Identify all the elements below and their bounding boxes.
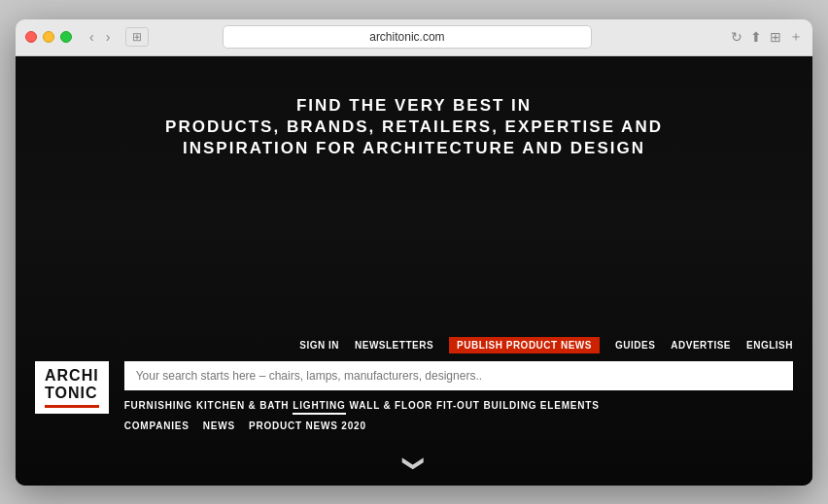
nav-item-advertise[interactable]: ADVERTISE — [671, 340, 731, 351]
cat-furnishing[interactable]: FURNISHING — [124, 398, 192, 415]
logo[interactable]: ARCHI TONIC — [35, 361, 109, 413]
hero-line2: PRODUCTS, BRANDS, RETAILERS, EXPERTISE A… — [165, 117, 663, 138]
new-tab-icon[interactable]: ⊞ — [770, 29, 781, 45]
nav-right: SIGN IN NEWSLETTERS PUBLISH PRODUCT NEWS… — [124, 337, 793, 439]
nav-item-sign-in[interactable]: SIGN IN — [299, 340, 339, 351]
address-text: architonic.com — [369, 30, 444, 44]
cat-lighting[interactable]: LIGHTING — [293, 398, 345, 415]
traffic-lights — [25, 31, 72, 43]
logo-line1: ARCHI — [45, 367, 99, 385]
scroll-chevron[interactable]: ❯ — [401, 454, 427, 472]
hero-text: FIND THE VERY BEST IN PRODUCTS, BRANDS, … — [165, 95, 663, 159]
cat-building-elements[interactable]: BUILDING ELEMENTS — [484, 398, 600, 415]
hero-line3: INSPIRATION FOR ARCHITECTURE AND DESIGN — [165, 138, 663, 159]
hero-line1: FIND THE VERY BEST IN — [165, 95, 663, 117]
category-nav: FURNISHING KITCHEN & BATH LIGHTING WALL … — [124, 398, 793, 415]
close-button[interactable] — [25, 31, 37, 43]
cat-fit-out[interactable]: FIT-OUT — [436, 398, 479, 415]
browser-titlebar: ‹ › ⊞ architonic.com ↻ ⬆ ⊞ ＋ — [16, 19, 812, 56]
browser-window: ‹ › ⊞ architonic.com ↻ ⬆ ⊞ ＋ FIND THE VE… — [16, 19, 812, 486]
nav-product-news[interactable]: PRODUCT NEWS 2020 — [249, 420, 366, 431]
logo-line2: TONIC — [45, 385, 99, 402]
share-icon[interactable]: ⬆ — [750, 29, 762, 45]
top-nav: SIGN IN NEWSLETTERS PUBLISH PRODUCT NEWS… — [124, 337, 793, 353]
second-nav: COMPANIES NEWS PRODUCT NEWS 2020 — [124, 420, 793, 431]
nav-bar: ARCHI TONIC SIGN IN NEWSLETTERS PUBLISH … — [16, 329, 812, 439]
nav-item-newsletters[interactable]: NEWSLETTERS — [355, 340, 433, 351]
back-button[interactable]: ‹ — [86, 27, 98, 47]
search-input[interactable] — [124, 361, 793, 390]
tab-button[interactable]: ⊞ — [125, 27, 149, 47]
browser-content: FIND THE VERY BEST IN PRODUCTS, BRANDS, … — [16, 56, 812, 486]
toolbar-right: ↻ ⬆ ⊞ ＋ — [731, 28, 803, 46]
nav-buttons: ‹ › — [86, 27, 114, 47]
nav-companies[interactable]: COMPANIES — [124, 420, 190, 431]
maximize-button[interactable] — [60, 31, 72, 43]
content-overlay: FIND THE VERY BEST IN PRODUCTS, BRANDS, … — [16, 56, 812, 486]
nav-item-english[interactable]: ENGLISH — [746, 340, 793, 351]
cat-wall-floor[interactable]: WALL & FLOOR — [350, 398, 433, 415]
logo-underline — [45, 405, 99, 408]
forward-button[interactable]: › — [102, 27, 115, 47]
logo-text: ARCHI TONIC — [45, 367, 99, 401]
minimize-button[interactable] — [43, 31, 54, 43]
nav-item-publish[interactable]: PUBLISH PRODUCT NEWS — [449, 337, 600, 353]
plus-icon[interactable]: ＋ — [789, 28, 803, 46]
nav-item-guides[interactable]: GUIDES — [615, 340, 655, 351]
search-bar — [124, 361, 793, 390]
cat-kitchen-bath[interactable]: KITCHEN & BATH — [196, 398, 289, 415]
reload-icon[interactable]: ↻ — [731, 29, 742, 45]
nav-news[interactable]: NEWS — [203, 420, 235, 431]
address-bar[interactable]: architonic.com — [223, 25, 592, 49]
